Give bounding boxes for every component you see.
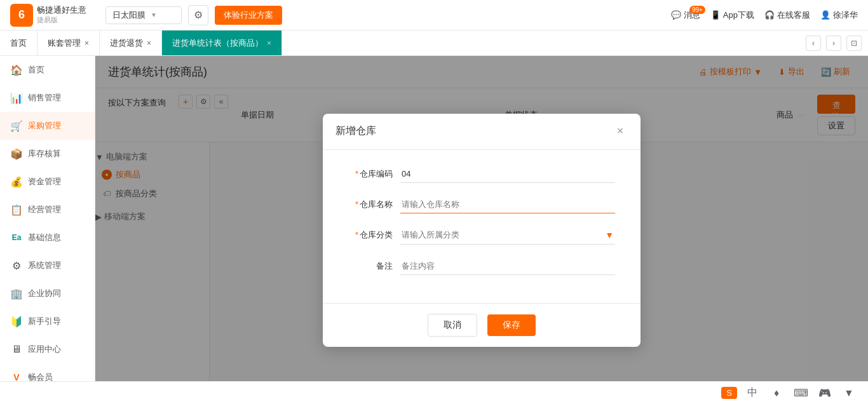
header-right: 💬 消息 99+ 📱 App下载 🎧 在线客服 👤 徐泽华 <box>671 10 858 21</box>
service-label: 在线客服 <box>777 10 810 21</box>
dialog-title: 新增仓库 <box>336 125 376 138</box>
tab-controls: ‹ › ⊡ <box>799 30 868 55</box>
sidebar-purchase-label: 采购管理 <box>28 120 61 131</box>
store-selector[interactable]: 日太阳膜 ▼ <box>105 6 182 24</box>
sidebar-item-guide[interactable]: 🔰 新手引导 <box>0 307 95 335</box>
store-name: 日太阳膜 <box>112 10 146 21</box>
cancel-button[interactable]: 取消 <box>428 314 477 337</box>
footer-keyboard-icon[interactable]: ⌨ <box>792 384 810 402</box>
apps-icon: 🖥 <box>10 343 23 356</box>
sidebar-item-sales[interactable]: 📊 销售管理 <box>0 84 95 112</box>
dialog-footer: 取消 保存 <box>323 303 641 347</box>
code-label: 仓库编码 <box>348 168 393 180</box>
tab-prev-btn[interactable]: ‹ <box>806 36 821 51</box>
sidebar-business-label: 经营管理 <box>28 204 61 215</box>
tab-stats[interactable]: 进货单统计表（按商品） × <box>162 30 282 55</box>
tab-account-close[interactable]: × <box>85 39 89 48</box>
content-area: 进货单统计(按商品) 🖨 按模板打印 ▼ ⬇ 导出 🔄 刷新 按以下方案查询 <box>95 56 868 404</box>
modal-overlay: 新增仓库 × 仓库编码 仓库名称 <box>95 56 868 404</box>
logo-sub: 捷易版 <box>37 15 86 25</box>
message-item[interactable]: 💬 消息 99+ <box>671 10 700 21</box>
user-avatar: 👤 <box>820 10 831 20</box>
message-badge: 99+ <box>689 6 705 14</box>
sidebar-item-enterprise[interactable]: 🏢 企业协同 <box>0 279 95 307</box>
app-download-item[interactable]: 📱 App下载 <box>710 10 754 21</box>
logo-text: 畅捷通好生意 <box>37 5 86 16</box>
note-label: 备注 <box>348 260 393 272</box>
sidebar-item-purchase[interactable]: 🛒 采购管理 <box>0 112 95 140</box>
category-dropdown-icon: ▼ <box>605 230 614 240</box>
tab-stats-close[interactable]: × <box>267 39 271 48</box>
main-layout: 🏠 首页 📊 销售管理 🛒 采购管理 📦 库存核算 💰 资金管理 📋 经营管理 … <box>0 56 868 404</box>
sidebar-item-finance[interactable]: 💰 资金管理 <box>0 168 95 196</box>
tab-expand-btn[interactable]: ⊡ <box>846 36 862 51</box>
sidebar-guide-label: 新手引导 <box>28 316 61 327</box>
sidebar-item-home[interactable]: 🏠 首页 <box>0 56 95 84</box>
sidebar-sales-label: 销售管理 <box>28 92 61 104</box>
inventory-icon: 📦 <box>10 147 23 160</box>
sidebar-apps-label: 应用中心 <box>28 344 61 355</box>
tab-next-btn[interactable]: › <box>826 36 841 51</box>
service-icon: 🎧 <box>764 10 775 20</box>
dialog-header: 新增仓库 × <box>323 114 641 150</box>
user-item[interactable]: 👤 徐泽华 <box>820 10 858 21</box>
basic-icon: Ea <box>10 231 23 244</box>
app-icon: 📱 <box>710 10 721 20</box>
tab-bar: 首页 账套管理 × 进货退货 × 进货单统计表（按商品） × ‹ › ⊡ <box>0 30 868 56</box>
sales-icon: 📊 <box>10 91 23 104</box>
footer-lang-icon[interactable]: 中 <box>743 384 761 402</box>
dialog-add-warehouse: 新增仓库 × 仓库编码 仓库名称 <box>323 114 641 347</box>
tab-home-label: 首页 <box>10 37 27 49</box>
tab-account[interactable]: 账套管理 × <box>37 30 100 55</box>
form-row-name: 仓库名称 <box>348 196 615 213</box>
footer-down-icon[interactable]: ▼ <box>840 384 858 402</box>
home-icon: 🏠 <box>10 64 23 76</box>
footer-bar: S 中 ♦ ⌨ 🎮 ▼ <box>0 381 868 404</box>
enterprise-icon: 🏢 <box>10 287 23 300</box>
category-select[interactable]: ▼ <box>400 226 615 245</box>
business-icon: 📋 <box>10 203 23 216</box>
app-label: App下载 <box>723 10 754 21</box>
tab-stats-label: 进货单统计表（按商品） <box>172 37 263 49</box>
sidebar: 🏠 首页 📊 销售管理 🛒 采购管理 📦 库存核算 💰 资金管理 📋 经营管理 … <box>0 56 95 404</box>
user-name: 徐泽华 <box>833 10 858 21</box>
sidebar-basic-label: 基础信息 <box>28 232 61 243</box>
message-icon: 💬 <box>671 10 681 20</box>
form-row-code: 仓库编码 <box>348 165 615 183</box>
sidebar-item-system[interactable]: ⚙ 系统管理 <box>0 252 95 279</box>
guide-icon: 🔰 <box>10 315 23 328</box>
form-row-note: 备注 <box>348 257 615 275</box>
sidebar-item-basic[interactable]: Ea 基础信息 <box>0 224 95 252</box>
note-input[interactable] <box>400 257 615 275</box>
footer-game-icon[interactable]: 🎮 <box>816 384 834 402</box>
footer-dot-icon[interactable]: ♦ <box>768 384 785 402</box>
dialog-body: 仓库编码 仓库名称 仓库分类 ▼ <box>323 150 641 303</box>
save-button[interactable]: 保存 <box>487 314 536 336</box>
tab-return[interactable]: 进货退货 × <box>100 30 162 55</box>
sidebar-finance-label: 资金管理 <box>28 176 61 187</box>
purchase-icon: 🛒 <box>10 119 23 132</box>
logo-icon: 6 <box>10 4 33 27</box>
name-label: 仓库名称 <box>348 199 393 210</box>
form-row-category: 仓库分类 ▼ <box>348 226 615 245</box>
dialog-close-button[interactable]: × <box>613 124 628 139</box>
category-label: 仓库分类 <box>348 229 393 241</box>
tab-account-label: 账套管理 <box>48 37 81 49</box>
try-industry-button[interactable]: 体验行业方案 <box>215 6 282 25</box>
finance-icon: 💰 <box>10 175 23 188</box>
tab-home[interactable]: 首页 <box>0 30 37 55</box>
sidebar-item-inventory[interactable]: 📦 库存核算 <box>0 140 95 168</box>
sidebar-home-label: 首页 <box>28 64 44 76</box>
sidebar-item-business[interactable]: 📋 经营管理 <box>0 196 95 224</box>
category-input[interactable] <box>402 230 605 239</box>
service-item[interactable]: 🎧 在线客服 <box>764 10 810 21</box>
sidebar-item-apps[interactable]: 🖥 应用中心 <box>0 335 95 363</box>
settings-icon[interactable]: ⚙ <box>188 5 208 25</box>
sidebar-inventory-label: 库存核算 <box>28 148 61 159</box>
code-input[interactable] <box>400 165 615 183</box>
tab-return-label: 进货退货 <box>110 37 143 49</box>
sidebar-enterprise-label: 企业协同 <box>28 288 61 299</box>
tab-return-close[interactable]: × <box>147 39 151 48</box>
footer-s-icon[interactable]: S <box>721 387 737 399</box>
name-input[interactable] <box>400 196 615 213</box>
